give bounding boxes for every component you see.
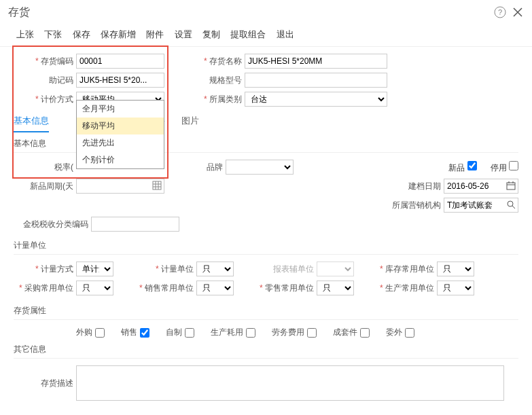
kit-label: 成套件 (333, 327, 370, 338)
menu-next[interactable]: 下张 (44, 29, 62, 39)
desc-textarea[interactable] (76, 365, 504, 401)
taxcode-label: 金税税收分类编码 (14, 219, 88, 230)
menu-prev[interactable]: 上张 (16, 29, 34, 39)
saleunit-select[interactable]: 只 (196, 281, 234, 295)
menu-settings[interactable]: 设置 (175, 29, 192, 39)
svg-rect-3 (507, 183, 515, 190)
labor-label: 劳务费用 (272, 327, 317, 338)
org-label: 所属营销机构 (392, 200, 441, 211)
purchaseunit-label: 采购常用单位 (14, 283, 73, 294)
retailunit-label: 零售常用单位 (254, 283, 314, 294)
close-icon[interactable] (512, 6, 524, 18)
createdate-label: 建档日期 (408, 181, 441, 192)
newperiod-input[interactable] (76, 179, 164, 194)
menu-extract[interactable]: 提取组合 (230, 29, 266, 39)
taxcode-input[interactable] (91, 217, 179, 232)
saleunit-label: 销售常用单位 (134, 283, 194, 294)
pricing-option[interactable]: 移动平均 (77, 118, 164, 134)
sale-label: 销售 (121, 327, 149, 338)
menu-save[interactable]: 保存 (73, 29, 90, 39)
mnem-input[interactable] (76, 73, 164, 88)
menu-save-new[interactable]: 保存新增 (101, 29, 136, 39)
rptaux-select (317, 261, 354, 276)
unitmethod-select[interactable]: 单计量 (76, 261, 113, 276)
outwork-label: 委外 (386, 327, 414, 338)
stockunit-label: 库存常用单位 (374, 264, 434, 275)
svg-rect-2 (153, 181, 161, 190)
consume-label: 生产耗用 (211, 327, 255, 338)
code-label: 存货编码 (14, 56, 73, 67)
calendar-icon[interactable] (506, 181, 516, 192)
section-unit: 计量单位 (14, 240, 518, 255)
mnem-label: 助记码 (14, 75, 73, 86)
svg-point-4 (508, 201, 513, 206)
pricing-label: 计价方式 (14, 94, 73, 105)
stop-check[interactable] (509, 161, 518, 170)
stockunit-select[interactable]: 只 (437, 261, 474, 276)
rptaux-label: 报表辅单位 (254, 264, 314, 275)
produceunit-label: 生产常用单位 (374, 283, 434, 294)
brand-select[interactable] (226, 160, 294, 175)
labor-check[interactable] (307, 328, 317, 338)
help-icon[interactable]: ? (494, 6, 506, 18)
selfmade-label: 自制 (166, 327, 194, 338)
name-label: 存货名称 (182, 56, 242, 67)
newprod-check[interactable] (467, 161, 477, 170)
search-icon[interactable] (506, 200, 516, 211)
desc-label: 存货描述 (14, 378, 73, 389)
grid-icon[interactable] (152, 181, 162, 192)
menubar: 上张 下张 保存 保存新增 附件 设置 复制 提取组合 退出 (0, 24, 532, 47)
section-other: 其它信息 (14, 344, 518, 359)
pricing-dropdown: 全月平均 移动平均 先进先出 个别计价 (76, 100, 164, 169)
newprod-label: 新品 (448, 161, 476, 174)
selfmade-check[interactable] (185, 328, 194, 338)
brand-label: 品牌 (182, 162, 223, 173)
consume-check[interactable] (246, 328, 255, 338)
unitmethod-label: 计量方式 (14, 264, 73, 275)
pricing-option[interactable]: 先进先出 (77, 134, 164, 151)
unit-select[interactable]: 只 (196, 261, 234, 276)
sale-check[interactable] (140, 328, 149, 338)
purchaseunit-select[interactable]: 只 (76, 281, 113, 295)
pricing-option[interactable]: 个别计价 (77, 151, 164, 168)
svg-text:?: ? (498, 8, 502, 16)
tab-image[interactable]: 图片 (181, 111, 199, 132)
menu-attach[interactable]: 附件 (146, 29, 164, 39)
code-input[interactable] (76, 54, 164, 69)
page-title: 存货 (8, 5, 489, 20)
kit-check[interactable] (360, 328, 370, 338)
unit-label: 计量单位 (134, 264, 194, 275)
newperiod-label: 新品周期(天 (14, 181, 73, 192)
outsource-label: 外购 (76, 327, 105, 338)
outsource-check[interactable] (95, 328, 105, 338)
menu-copy[interactable]: 复制 (202, 29, 220, 39)
section-attr: 存货属性 (14, 305, 518, 320)
stop-label: 停用 (491, 161, 518, 174)
category-select[interactable]: 台达 (245, 92, 387, 107)
name-input[interactable] (245, 54, 387, 69)
pricing-option[interactable]: 全月平均 (77, 101, 164, 118)
retailunit-select[interactable]: 只 (317, 281, 354, 295)
menu-exit[interactable]: 退出 (277, 29, 294, 39)
tab-basic[interactable]: 基本信息 (14, 111, 49, 132)
category-label: 所属类别 (182, 94, 242, 105)
spec-label: 规格型号 (182, 75, 242, 86)
outwork-check[interactable] (405, 328, 414, 338)
produceunit-select[interactable]: 只 (437, 281, 474, 295)
spec-input[interactable] (245, 73, 387, 88)
tax-label: 税率( (14, 162, 73, 173)
